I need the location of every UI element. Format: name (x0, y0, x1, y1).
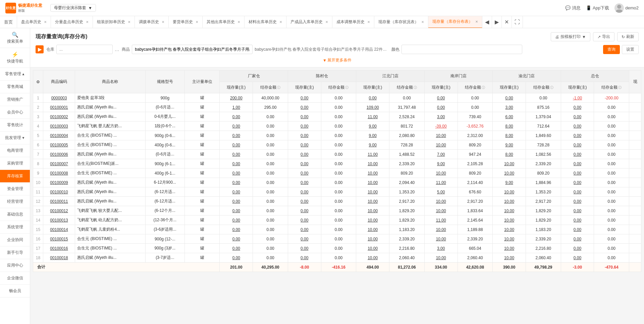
app-download-btn[interactable]: 📱 App下载 (586, 5, 609, 11)
chenCun-qty[interactable]: 0.00 (288, 234, 321, 244)
zongcang-qty[interactable]: -1.00 (561, 93, 594, 103)
jiangbei-qty[interactable]: 10.00 (356, 169, 389, 178)
jiangbei-qty[interactable]: 0.00 (356, 93, 389, 103)
sidebar-item-purchase[interactable]: 采购管理 (0, 157, 30, 170)
zongcang-qty[interactable]: 0.00 (561, 225, 594, 234)
chenCun-qty[interactable]: 0.00 (288, 112, 321, 122)
yubei-qty[interactable]: 10.00 (493, 216, 526, 225)
sidebar-item-inventory[interactable]: 库存核算 (0, 170, 30, 183)
sidebar-item-finance[interactable]: 资金管理 (0, 183, 30, 195)
nanan-qty[interactable]: -39.00 (424, 122, 458, 131)
yubei-qty[interactable]: 10.00 (493, 244, 526, 253)
jiangbei-qty[interactable]: 10.00 (356, 216, 389, 225)
chenCun-qty[interactable]: 0.00 (288, 122, 321, 131)
tab-zuzhezheji[interactable]: 组装折卸单历史 ✕ (93, 16, 135, 28)
zongcang-qty[interactable]: 0.00 (561, 244, 594, 253)
product-code[interactable]: 0000003 (43, 93, 75, 103)
changjiaCun-qty[interactable]: 0.00 (220, 197, 253, 206)
sidebar-item-retail-stat[interactable]: 零售统计 (0, 119, 30, 132)
tab-yaohuo[interactable]: 要货单历史 ✕ (169, 16, 203, 28)
tab-close-icon[interactable]: ✕ (86, 20, 89, 24)
chenCun-qty[interactable]: 0.00 (288, 206, 321, 216)
nanan-qty[interactable]: 10.00 (424, 206, 458, 216)
tab-close-icon[interactable]: ✕ (162, 20, 164, 24)
tab-xuncunliang-kuangkuang[interactable]: 现存量（库存状况表）✕ (374, 16, 428, 28)
product-code[interactable]: 00100016 (43, 244, 75, 253)
nanan-qty[interactable]: 10.00 (424, 140, 458, 150)
zongcang-qty[interactable]: 0.00 (561, 253, 594, 263)
yubei-qty[interactable]: 6.00 (493, 112, 526, 122)
sidebar-item-quicknav[interactable]: ⚡ 快捷导航 (0, 48, 30, 68)
sidebar-item-member[interactable]: 会员中心 (0, 106, 30, 119)
tab-close-icon[interactable]: ✕ (196, 20, 198, 24)
zongcang-qty[interactable]: 0.00 (561, 122, 594, 131)
chenCun-qty[interactable]: 0.00 (288, 216, 321, 225)
jiangbei-qty[interactable]: 10.00 (356, 225, 389, 234)
nanan-qty[interactable]: 5.00 (424, 187, 458, 197)
refresh-btn[interactable]: ↻ 刷新 (617, 32, 639, 41)
changjiaCun-qty[interactable]: 1.00 (220, 103, 253, 112)
chenCun-qty[interactable]: 0.00 (288, 244, 321, 253)
product-code[interactable]: 00100007 (43, 159, 75, 169)
chenCun-qty[interactable]: 0.00 (288, 159, 321, 169)
yubei-qty[interactable]: 8.00 (493, 131, 526, 140)
yubei-qty[interactable]: 8.00 (493, 122, 526, 131)
jiangbei-qty[interactable]: 10.00 (356, 206, 389, 216)
zongcang-qty[interactable]: 0.00 (561, 206, 594, 216)
changjiaCun-qty[interactable]: 0.00 (220, 187, 253, 197)
sidebar-item-retail-mgmt[interactable]: 零售管理 ▲ (0, 68, 30, 81)
yubei-qty[interactable]: 3.00 (493, 103, 526, 112)
chenCun-qty[interactable]: 0.00 (288, 131, 321, 140)
product-code[interactable]: 00100004 (43, 131, 75, 140)
tab-close-icon[interactable]: ✕ (367, 20, 370, 24)
tab-chengtiaozhendan[interactable]: 成本调整单历史 ✕ (332, 16, 374, 28)
product-code[interactable]: 00100006 (43, 150, 75, 159)
yubei-qty[interactable]: 8.00 (493, 150, 526, 159)
chenCun-qty[interactable]: 0.00 (288, 187, 321, 197)
product-code[interactable]: 00100015 (43, 234, 75, 244)
product-code[interactable]: 00100001 (43, 103, 75, 112)
zongcang-qty[interactable]: 0.00 (561, 169, 594, 178)
changjiaCun-qty[interactable]: 0.00 (220, 169, 253, 178)
jiangbei-qty[interactable]: 10.00 (356, 178, 389, 187)
nanan-qty[interactable]: 11.00 (424, 216, 458, 225)
tab-pandian[interactable]: 盘点单历史 ✕ (17, 16, 51, 28)
nanan-qty[interactable]: 0.00 (424, 93, 458, 103)
tab-next-btn[interactable]: ▶ (492, 16, 502, 28)
sidebar-item-collab[interactable]: 企业协同 (0, 234, 30, 246)
product-code[interactable]: 00100012 (43, 206, 75, 216)
tab-close-icon[interactable]: ✕ (325, 20, 328, 24)
sidebar-item-guide[interactable]: 新手引导 (0, 246, 30, 259)
zongcang-qty[interactable]: 0.00 (561, 112, 594, 122)
tab-close-icon[interactable]: ✕ (279, 20, 282, 24)
nanan-qty[interactable]: 11.00 (424, 178, 458, 187)
changjiaCun-qty[interactable]: 0.00 (220, 225, 253, 234)
sidebar-item-ecommerce[interactable]: 电商管理 (0, 144, 30, 157)
product-code[interactable]: 00100003 (43, 122, 75, 131)
yubei-qty[interactable]: 10.00 (493, 159, 526, 169)
chenCun-qty[interactable]: 0.00 (288, 140, 321, 150)
jiangbei-qty[interactable]: 10.00 (356, 244, 389, 253)
zongcang-qty[interactable]: 0.00 (561, 140, 594, 150)
changjiaCun-qty[interactable]: 0.00 (220, 253, 253, 263)
product-code[interactable]: 00100018 (43, 253, 75, 263)
zongcang-qty[interactable]: 0.00 (561, 234, 594, 244)
product-code[interactable]: 00100011 (43, 197, 75, 206)
jiangbei-qty[interactable]: 11.00 (356, 112, 389, 122)
print-btn[interactable]: 🖨 按模板打印 ▼ (551, 32, 590, 41)
tab-fullscreen-btn[interactable]: ⛶ (512, 16, 523, 28)
zongcang-qty[interactable]: 0.00 (561, 187, 594, 197)
jiangbei-qty[interactable]: 109.00 (356, 103, 389, 112)
tab-close-icon[interactable]: ✕ (128, 20, 130, 24)
nanan-qty[interactable]: 3.00 (424, 244, 458, 253)
yubei-qty[interactable]: 10.00 (493, 253, 526, 263)
product-code[interactable]: 00100013 (43, 216, 75, 225)
tab-close-icon[interactable]: ✕ (237, 20, 240, 24)
filter-expand-btn[interactable]: ▶ (36, 45, 44, 53)
nanan-qty[interactable]: 9.00 (424, 159, 458, 169)
tab-qitachuku[interactable]: 其他出库单历史 ✕ (203, 16, 245, 28)
changjiaCun-qty[interactable]: 0.00 (220, 150, 253, 159)
yubei-qty[interactable]: 10.00 (493, 187, 526, 197)
changjiaCun-qty[interactable]: 0.00 (220, 140, 253, 150)
sidebar-item-changhui[interactable]: 畅会员 (0, 285, 30, 297)
